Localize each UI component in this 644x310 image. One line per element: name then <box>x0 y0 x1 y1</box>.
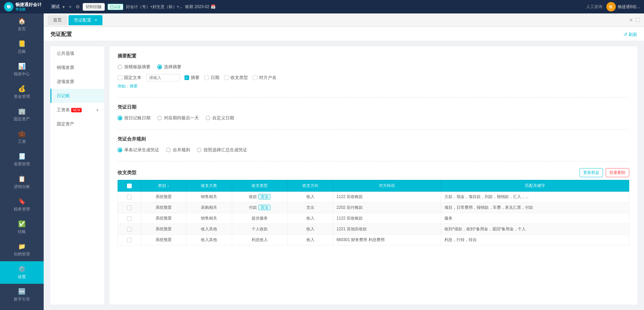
checkbox-fixed-text[interactable]: 固定文本 <box>118 75 141 81</box>
window-close-icon[interactable]: ✕ <box>629 17 633 23</box>
sidebar-item-salary[interactable]: 💼 工资 <box>0 126 44 149</box>
row-checkbox-5[interactable] <box>118 235 141 245</box>
config-menu-public[interactable]: 公共选项 <box>50 46 104 61</box>
sidebar-item-asset[interactable]: 🏢 固定资产 <box>0 104 44 126</box>
table-row: 系统预置 收入其他 个人收款 收入 1221 其他应收款 收到*借款，收到*备用… <box>118 224 629 235</box>
row-major-5: 收入其他 <box>186 235 232 245</box>
config-body: 公共选项 销项发票 进项发票 日记账 工资表 NEW ▾ 固定资产 摘要配置 <box>44 41 644 310</box>
row-checkbox-4[interactable] <box>118 224 141 235</box>
tab-voucher-config[interactable]: 凭证配置 × <box>69 15 102 25</box>
col-type: 收支类型 <box>232 180 288 192</box>
sidebar-label-settings: 设置 <box>18 274 26 280</box>
consultation-link[interactable]: 人工咨询 <box>586 4 602 10</box>
row-type-3: 提供服务 <box>232 213 288 224</box>
settings-icon: ⚙️ <box>18 265 26 273</box>
table-row: 系统预置 采购相关 付款 置顶 支出 2202 应付账款 项目，日常费用，报销款… <box>118 202 629 213</box>
summary-example: 例如：摘要 <box>118 83 629 89</box>
col-direction: 收支方向 <box>288 180 333 192</box>
merge-rules-title: 凭证合并规则 <box>118 136 629 142</box>
row-direction-3: 收入 <box>288 213 333 224</box>
summary-radio-group: 按模板版摘要 选择摘要 <box>118 64 629 70</box>
sidebar-item-member[interactable]: 👑 畅会员 <box>0 306 44 310</box>
date-radio-period-last[interactable]: 对应期间最后一天 <box>157 115 199 121</box>
checkbox-summary[interactable]: ✓ 摘要 <box>184 75 200 81</box>
select-all-checkbox[interactable] <box>127 184 132 188</box>
radio-circle-template <box>118 65 122 69</box>
top-bar: 畅 畅捷通好会计 专业版 测试 ▾ ＋ ⚙ 切到旧版 已认证 好会计（专）+好生… <box>0 0 644 13</box>
table-row: 系统预置 销售相关 收款 置顶 收入 1122 应收账款 欠款，现金，项目款，到… <box>118 192 629 202</box>
row-checkbox-3[interactable] <box>118 213 141 224</box>
config-menu-journal[interactable]: 日记账 <box>50 89 104 103</box>
gear-icon[interactable]: ⚙ <box>76 4 80 9</box>
divider-2 <box>118 129 629 129</box>
home-icon: 🏠 <box>18 17 26 25</box>
sidebar-item-archive[interactable]: 📁 归档管理 <box>0 239 44 261</box>
app-logo: 畅 畅捷通好会计 专业版 <box>4 2 48 11</box>
row-keywords-5: 利息，行转，转自 <box>441 235 629 245</box>
date-radio-custom[interactable]: 自定义日期 <box>206 115 234 121</box>
update-button[interactable]: 更新权益 <box>579 168 603 177</box>
row-keywords-2: 项目，日常费用，报销款，车费，承兑汇票，付款 <box>441 202 629 213</box>
refresh-button[interactable]: ↺ 刷新 <box>624 32 637 38</box>
row-keywords-1: 欠款，现金，项目款，到款，报销款，汇入，... <box>441 192 629 202</box>
switch-version-button[interactable]: 切到旧版 <box>83 3 105 11</box>
checkbox-counterpart[interactable]: 对方户名 <box>253 75 276 81</box>
page-header: 凭证配置 ↺ 刷新 <box>44 27 644 41</box>
row-checkbox-2[interactable] <box>118 202 141 213</box>
sidebar-item-tax[interactable]: 🔖 税务管理 <box>0 194 44 216</box>
checkbox-type[interactable]: 收支类型 <box>224 75 248 81</box>
date-radio-journal[interactable]: 按日记账日期 <box>118 115 151 121</box>
asset-icon: 🏢 <box>18 108 26 115</box>
top-tag-1[interactable]: 置顶 <box>258 194 270 199</box>
dropdown-arrow-icon[interactable]: ▾ <box>62 4 65 9</box>
sidebar-label-sales: 进销台账 <box>14 184 30 190</box>
fixed-text-input[interactable] <box>146 74 180 81</box>
voucher-date-section: 凭证日期 按日记账日期 对应期间最后一天 <box>118 104 629 121</box>
sidebar-item-guide[interactable]: 🆕 新手引导 <box>0 284 44 306</box>
report-icon: 📊 <box>18 63 26 70</box>
row-major-1: 销售相关 <box>186 192 232 202</box>
merge-rules-radio-group: 单条记录生成凭证 合并规则 按照选择汇总生成凭证 <box>118 147 629 153</box>
col-checkbox[interactable] <box>118 180 141 192</box>
row-direction-5: 收入 <box>288 235 333 245</box>
row-checkbox-1[interactable] <box>118 192 141 202</box>
window-expand-icon[interactable]: ⛶ <box>636 17 640 23</box>
config-menu-sales-invoice[interactable]: 销项发票 <box>50 61 104 75</box>
top-tag-2[interactable]: 置顶 <box>258 205 270 210</box>
tab-bar: 首页 凭证配置 × ✕ ⛶ <box>44 13 644 27</box>
sidebar-item-sales[interactable]: 📋 进销台账 <box>0 171 44 194</box>
sidebar-label-asset: 固定资产 <box>14 116 30 122</box>
sidebar-item-settle[interactable]: ✅ 结账 <box>0 216 44 239</box>
archive-icon: 📁 <box>18 243 26 250</box>
sidebar-item-invoice[interactable]: 🧾 发票管理 <box>0 149 44 171</box>
add-icon[interactable]: ＋ <box>68 3 73 10</box>
row-type-2: 付款 置顶 <box>232 202 288 213</box>
tab-close-icon[interactable]: × <box>95 17 97 23</box>
sidebar-item-settings[interactable]: ⚙️ 设置 <box>0 261 44 284</box>
summary-radio-select[interactable]: 选择摘要 <box>157 64 181 70</box>
summary-radio-template[interactable]: 按模板版摘要 <box>118 64 151 70</box>
logo-icon: 畅 <box>4 2 13 11</box>
batch-delete-button[interactable]: 批量删除 <box>606 168 629 177</box>
merge-radio-merge[interactable]: 合并规则 <box>166 147 190 153</box>
app-subtitle: 专业版 <box>15 7 42 11</box>
merge-radio-summary[interactable]: 按照选择汇总生成凭证 <box>197 147 247 153</box>
salary-icon: 💼 <box>18 130 26 138</box>
checkbox-date[interactable]: 日期 <box>204 75 219 81</box>
sidebar-item-home[interactable]: 🏠 首页 <box>0 13 44 36</box>
row-keywords-3: 服务 <box>441 213 629 224</box>
config-menu-purchase-invoice[interactable]: 进项发票 <box>50 75 104 89</box>
config-menu-payroll[interactable]: 工资表 NEW ▾ <box>50 103 104 117</box>
sidebar-item-report[interactable]: 📊 报表中心 <box>0 59 44 81</box>
calendar-icon[interactable]: 📅 <box>211 4 216 9</box>
row-major-2: 采购相关 <box>186 202 232 213</box>
row-type-4: 个人收款 <box>232 224 288 235</box>
merge-radio-single[interactable]: 单条记录生成凭证 <box>118 147 159 153</box>
sidebar-item-ledger[interactable]: 📒 总账 <box>0 36 44 59</box>
tab-home[interactable]: 首页 <box>48 15 67 25</box>
config-menu-fixed-asset[interactable]: 固定资产 <box>50 117 104 131</box>
sidebar-item-capital[interactable]: 💰 资金管理 <box>0 81 44 104</box>
product-tags: 好会计（专）+好生意（标）+... <box>126 4 182 10</box>
radio-circle-period-last <box>157 116 162 120</box>
sidebar-label-capital: 资金管理 <box>14 94 30 100</box>
